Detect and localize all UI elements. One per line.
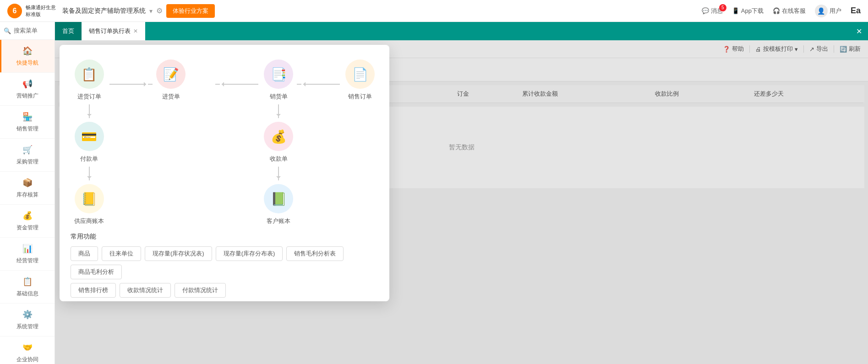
payment-bill-label: 付款单 xyxy=(80,155,98,163)
sidebar-item-sales[interactable]: 🏪 销售管理 xyxy=(0,106,55,139)
popup-overlay: 📋 进货订单 xyxy=(55,40,868,364)
payment-bill-node[interactable]: 💳 付款单 xyxy=(71,118,108,167)
receipt-bill-node[interactable]: 💰 收款单 xyxy=(260,118,297,167)
sales-bill-label: 销货单 xyxy=(270,92,288,101)
customer-ledger-node[interactable]: 📗 客户账本 xyxy=(260,180,297,229)
function-buttons: 商品 往来单位 现存量(库存状况表) 现存量(库存分布表) 销售毛利分析表 商品… xyxy=(71,246,378,279)
sales-icon: 🏪 xyxy=(22,111,33,122)
arrow-down-1 xyxy=(89,104,90,118)
sales-order-circle: 📄 xyxy=(345,60,375,89)
receipt-bill-label: 收款单 xyxy=(270,155,288,163)
page-content: ❓ 帮助 🖨 按模板打印 ▾ ↗ 导出 xyxy=(55,40,868,364)
online-service-item[interactable]: 🎧 在线客服 xyxy=(773,7,806,15)
supplier-ledger-label: 供应商账本 xyxy=(74,217,104,225)
top-bar-right: 💬 消息 5 📱 App下载 🎧 在线客服 👤 用户 Ea xyxy=(702,5,861,17)
purchase-bill-label: 进货单 xyxy=(162,92,180,101)
sidebar-item-enterprise[interactable]: 🤝 企业协同 xyxy=(0,337,55,364)
sidebar-item-quick-nav[interactable]: 🏠 快捷导航 xyxy=(0,40,55,73)
sidebar-search[interactable]: 🔍 搜索菜单 xyxy=(0,22,55,40)
logo-area: 6 畅康通好生意 标准版 xyxy=(7,4,62,18)
ea-label: Ea xyxy=(851,6,861,16)
purchase-order-label: 进货订单 xyxy=(77,92,101,101)
app-download-item[interactable]: 📱 App下载 xyxy=(732,7,764,15)
top-bar-title: 装备及固定资产辅助管理系统 ▾ ⚙ 体验行业方案 xyxy=(62,4,702,18)
dropdown-icon[interactable]: ▾ xyxy=(149,7,153,15)
sales-order-final-node[interactable]: 📄 销售订单 xyxy=(342,56,378,104)
arrow-down-3 xyxy=(278,104,279,118)
message-badge: 5 xyxy=(719,4,726,11)
user-item[interactable]: 👤 用户 xyxy=(815,5,841,17)
purchase-bill-node[interactable]: 📝 进货单 xyxy=(153,56,189,104)
fn-btn-sales-rank[interactable]: 销售排行榜 xyxy=(71,283,116,298)
avatar: 👤 xyxy=(815,5,828,17)
fn-btn-stock-status[interactable]: 现存量(库存状况表) xyxy=(145,246,212,261)
fn-btn-sales-profit[interactable]: 销售毛利分析表 xyxy=(286,246,344,261)
content-area: 首页 销售订单执行表 ✕ ✕ ❓ 帮助 xyxy=(55,22,868,364)
basic-info-icon: 📋 xyxy=(22,276,33,287)
main-layout: 🔍 搜索菜单 🏠 快捷导航 📢 营销推广 🏪 销售管理 🛒 采购管理 📦 xyxy=(0,22,868,364)
tab-close-icon[interactable]: ✕ xyxy=(133,28,138,34)
purchase-order-node[interactable]: 📋 进货订单 xyxy=(71,56,108,104)
app-download-label: App下载 xyxy=(741,7,764,15)
function-buttons-row2: 销售排行榜 收款情况统计 付款情况统计 xyxy=(71,283,378,298)
right-flow: 📄 销售订单 xyxy=(342,56,378,104)
popup-card: 📋 进货订单 xyxy=(60,45,389,301)
fn-btn-partner[interactable]: 往来单位 xyxy=(102,246,141,261)
enterprise-icon: 🤝 xyxy=(22,342,33,353)
sales-order-final-label: 销售订单 xyxy=(348,92,372,101)
sidebar-item-finance[interactable]: 💰 资金管理 xyxy=(0,205,55,238)
sales-bill-circle: 📑 xyxy=(264,60,293,89)
quick-nav-icon: 🏠 xyxy=(22,45,33,56)
supplier-ledger-node[interactable]: 📒 供应商账本 xyxy=(71,180,108,229)
purchase-order-circle: 📋 xyxy=(75,60,104,89)
fn-btn-stock-dist[interactable]: 现存量(库存分布表) xyxy=(216,246,283,261)
tab-bar: 首页 销售订单执行表 ✕ ✕ xyxy=(55,22,868,40)
top-left-row: 📋 进货订单 xyxy=(71,56,108,104)
tab-home[interactable]: 首页 xyxy=(55,22,82,40)
sidebar-item-inventory[interactable]: 📦 库存核算 xyxy=(0,172,55,205)
supplier-ledger-circle: 📒 xyxy=(75,184,104,213)
purchase-icon: 🛒 xyxy=(22,144,33,155)
top-bar: 6 畅康通好生意 标准版 装备及固定资产辅助管理系统 ▾ ⚙ 体验行业方案 💬 … xyxy=(0,0,868,22)
h-arrow-1 xyxy=(108,56,153,99)
service-icon: 🎧 xyxy=(773,7,780,14)
payment-bill-circle: 💳 xyxy=(75,122,104,151)
sidebar-item-marketing[interactable]: 📢 营销推广 xyxy=(0,73,55,106)
fn-btn-payment-stats[interactable]: 付款情况统计 xyxy=(175,283,226,298)
left-flow: 📋 进货订单 xyxy=(71,56,108,229)
tab-sales-order[interactable]: 销售订单执行表 ✕ xyxy=(82,22,145,40)
try-button[interactable]: 体验行业方案 xyxy=(166,4,215,18)
fn-btn-receipt-stats[interactable]: 收款情况统计 xyxy=(120,283,171,298)
sales-bill-node[interactable]: 📑 销货单 xyxy=(260,56,297,104)
system-title: 装备及固定资产辅助管理系统 xyxy=(62,7,146,15)
h-arrow-3 xyxy=(297,56,342,99)
logo-text: 畅康通好生意 标准版 xyxy=(26,4,56,17)
fn-btn-product-profit[interactable]: 商品毛利分析 xyxy=(71,265,122,279)
message-icon: 💬 xyxy=(702,7,709,14)
common-functions: 常用功能 商品 往来单位 现存量(库存状况表) 现存量(库存分布表) 销售毛利分… xyxy=(71,233,378,298)
operation-icon: 📊 xyxy=(22,243,33,254)
logo-icon: 6 xyxy=(7,4,22,18)
sidebar-item-purchase[interactable]: 🛒 采购管理 xyxy=(0,139,55,172)
fn-btn-product[interactable]: 商品 xyxy=(71,246,98,261)
flow-diagram: 📋 进货订单 xyxy=(71,56,378,229)
arrow-down-2 xyxy=(89,167,90,180)
settings-icon[interactable]: ⚙ xyxy=(156,6,163,15)
finance-icon: 💰 xyxy=(22,210,33,221)
common-functions-title: 常用功能 xyxy=(71,233,378,241)
customer-ledger-circle: 📗 xyxy=(264,184,293,213)
sidebar-item-operation[interactable]: 📊 经营管理 xyxy=(0,238,55,271)
sidebar-item-system[interactable]: ⚙️ 系统管理 xyxy=(0,304,55,337)
inventory-icon: 📦 xyxy=(22,177,33,188)
purchase-bill-circle: 📝 xyxy=(156,60,186,89)
sidebar-item-basic-info[interactable]: 📋 基础信息 xyxy=(0,271,55,304)
middle-left-flow: 📝 进货单 xyxy=(153,56,189,104)
tab-close-all-button[interactable]: ✕ xyxy=(850,22,868,40)
user-name: 用户 xyxy=(830,7,841,15)
supplier-row: 📒 供应商账本 xyxy=(71,180,108,229)
arrow-down-4 xyxy=(278,167,279,180)
message-icon-item[interactable]: 💬 消息 5 xyxy=(702,7,723,15)
online-service-label: 在线客服 xyxy=(782,7,806,15)
marketing-icon: 📢 xyxy=(22,78,33,89)
h-arrow-2 xyxy=(215,56,260,99)
